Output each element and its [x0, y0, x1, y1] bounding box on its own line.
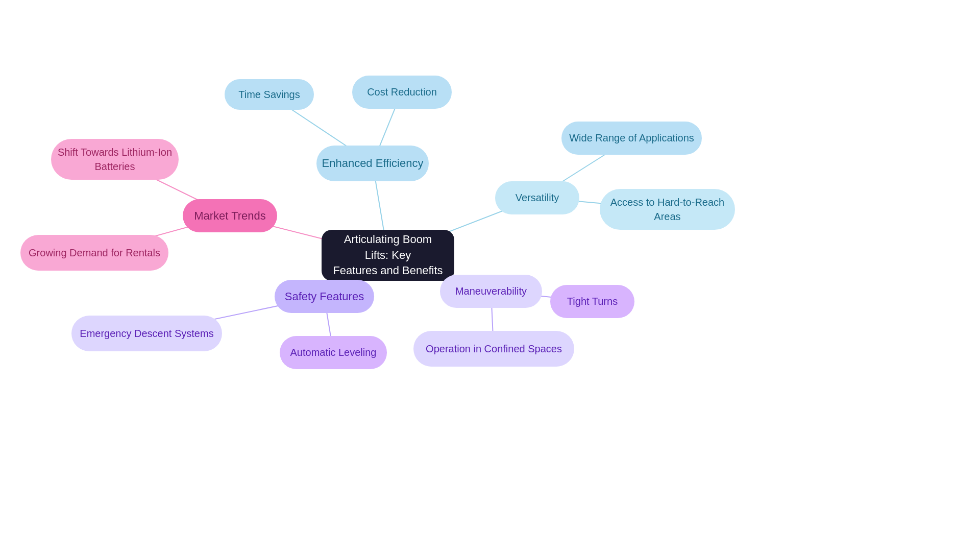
- safety-features-node: Safety Features: [275, 280, 374, 313]
- center-label: Articulating Boom Lifts: Key Features an…: [332, 232, 444, 279]
- market-trends-node: Market Trends: [183, 199, 277, 232]
- versatility-node: Versatility: [495, 181, 579, 214]
- time-savings-node: Time Savings: [225, 79, 314, 110]
- wide-range-label: Wide Range of Applications: [569, 132, 694, 144]
- versatility-label: Versatility: [516, 192, 559, 204]
- access-hard-node: Access to Hard-to-Reach Areas: [600, 189, 735, 230]
- automatic-leveling-node: Automatic Leveling: [280, 336, 387, 369]
- enhanced-efficiency-node: Enhanced Efficiency: [316, 146, 429, 181]
- growing-demand-node: Growing Demand for Rentals: [20, 235, 168, 271]
- emergency-descent-label: Emergency Descent Systems: [80, 328, 213, 340]
- enhanced-efficiency-label: Enhanced Efficiency: [322, 157, 424, 170]
- tight-turns-node: Tight Turns: [550, 285, 634, 318]
- access-hard-label: Access to Hard-to-Reach Areas: [610, 195, 724, 224]
- lithium-node: Shift Towards Lithium-Ion Batteries: [51, 139, 179, 180]
- safety-features-label: Safety Features: [285, 290, 364, 303]
- emergency-descent-node: Emergency Descent Systems: [71, 316, 222, 351]
- cost-reduction-label: Cost Reduction: [367, 86, 437, 98]
- cost-reduction-node: Cost Reduction: [352, 76, 452, 109]
- operation-confined-node: Operation in Confined Spaces: [413, 331, 574, 367]
- growing-demand-label: Growing Demand for Rentals: [29, 247, 160, 259]
- center-node: Articulating Boom Lifts: Key Features an…: [322, 230, 454, 281]
- market-trends-label: Market Trends: [194, 209, 266, 223]
- lithium-label: Shift Towards Lithium-Ion Batteries: [58, 145, 172, 174]
- wide-range-node: Wide Range of Applications: [561, 122, 702, 155]
- tight-turns-label: Tight Turns: [567, 296, 618, 307]
- time-savings-label: Time Savings: [238, 89, 300, 101]
- automatic-leveling-label: Automatic Leveling: [290, 347, 377, 358]
- maneuverability-node: Maneuverability: [440, 275, 542, 308]
- operation-confined-label: Operation in Confined Spaces: [426, 343, 562, 355]
- maneuverability-label: Maneuverability: [455, 285, 527, 297]
